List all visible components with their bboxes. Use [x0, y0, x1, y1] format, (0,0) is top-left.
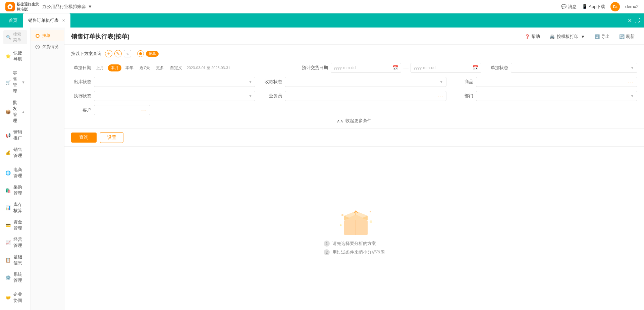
refresh-btn[interactable]: 🔄 刷新: [616, 32, 637, 41]
goods-input[interactable]: ···: [476, 77, 637, 87]
page-header: 销售订单执行表(按单) ❓ 帮助 🖨️ 按模板打印 ▼ ⬇️ 导出 🔄 刷新: [64, 28, 644, 45]
collapse-sidebar-btn[interactable]: «: [124, 50, 131, 57]
expected-date-end[interactable]: yyyy-mm-dd 📅: [411, 63, 481, 73]
date-tab-custom[interactable]: 自定义: [168, 64, 184, 71]
app-download-btn[interactable]: 📱 App下载: [582, 4, 605, 10]
filter-group-payment: 收款状态 ▼: [262, 77, 446, 87]
tab-sales-exec[interactable]: 销售订单执行表 ✕: [23, 13, 70, 28]
help-btn[interactable]: ❓ 帮助: [522, 32, 543, 41]
sidebar-item-ecommerce[interactable]: 🌐 电商管理: [0, 164, 31, 182]
goods-label: 商品: [453, 79, 473, 85]
settings-btn[interactable]: 设置: [100, 132, 123, 143]
sidebar-item-enterprise[interactable]: 🤝 企业协同: [0, 289, 31, 306]
content-area: 销售订单执行表(按单) ❓ 帮助 🖨️ 按模板打印 ▼ ⬇️ 导出 🔄 刷新: [64, 28, 644, 310]
sidebar-item-finance[interactable]: 💳 资金管理: [0, 216, 31, 234]
date-tab-last-month[interactable]: 上月: [94, 64, 106, 71]
user-name[interactable]: demo2: [625, 4, 639, 9]
exec-status-arrow-icon: ▼: [248, 94, 252, 98]
sub-item-press-order[interactable]: 按单: [31, 30, 64, 41]
query-btn[interactable]: 查询: [71, 133, 97, 143]
hint-num-1: 1: [324, 241, 330, 247]
finance-icon: 💳: [5, 223, 11, 228]
wholesale-icon: 📦: [5, 109, 11, 114]
sidebar-item-purchase[interactable]: 🛍️ 采购管理: [0, 182, 31, 199]
sidebar-item-wholesale[interactable]: 📦 批发管理 ▲: [0, 97, 31, 126]
marketing-icon: 📢: [5, 133, 11, 138]
sidebar-item-sales[interactable]: 💰 销售管理: [0, 144, 31, 161]
refresh-icon: 🔄: [619, 34, 625, 39]
sidebar-item-marketing[interactable]: 📢 营销推广: [0, 126, 31, 144]
empty-hint-2: 2 用过滤条件来缩小分析范围: [324, 249, 385, 255]
payment-select[interactable]: ▼: [285, 77, 446, 87]
customer-input[interactable]: ···: [94, 105, 150, 115]
search-bar: 🔍 搜索菜单: [0, 28, 31, 47]
filter-group-dept: 部门 ▼: [453, 91, 637, 101]
search-menu-input[interactable]: 🔍 搜索菜单: [3, 30, 27, 44]
status-select[interactable]: ▼: [511, 63, 637, 73]
date-range-text: 2023-03-01 至 2023-03-31: [187, 65, 230, 70]
enterprise-icon: 🤝: [5, 295, 11, 300]
tab-close-icon[interactable]: ✕: [62, 18, 65, 23]
sidebar-item-inventory[interactable]: 📊 库存核算: [0, 199, 31, 216]
sidebar-item-newbie[interactable]: 🎯 新手引导: [0, 306, 31, 310]
exec-status-select[interactable]: ▼: [94, 91, 255, 101]
date-tab-last7[interactable]: 近7天: [138, 64, 152, 71]
svg-point-6: [341, 214, 343, 216]
app-icon: 📱: [582, 4, 587, 9]
empty-illustration: [337, 202, 371, 235]
tabbar: 首页 销售订单执行表 ✕ ✕ ⛶: [0, 13, 644, 28]
filter-group-expected-date: 预计交货日期 yyyy-mm-dd 📅 — yyyy-mm-dd 📅: [302, 63, 481, 73]
calendar-start-icon[interactable]: 📅: [392, 65, 398, 70]
filter-plan-actions: ＋ ✎ «: [105, 50, 131, 57]
tab-home[interactable]: 首页: [3, 13, 23, 28]
filter-row-2: 出库状态 ▼ 收款状态 ▼ 商品: [71, 77, 637, 87]
collapse-arrow-icon: ∧∧: [337, 118, 343, 123]
breadcrumb: 办公用品行业模拟账套 ▼: [42, 4, 92, 10]
svg-point-1: [37, 35, 39, 37]
sub-item-arrears[interactable]: 欠货情况: [31, 41, 64, 52]
collapse-more-btn[interactable]: ∧∧ 收起更多条件: [71, 115, 637, 124]
action-bar: 查询 设置: [64, 129, 644, 147]
salesperson-input[interactable]: ···: [285, 91, 446, 101]
logo-area[interactable]: 畅捷通好生意 标准版: [5, 2, 39, 11]
salesperson-more-icon[interactable]: ···: [437, 93, 443, 99]
tab-close-window-icon[interactable]: ✕: [628, 17, 632, 24]
warehouse-select[interactable]: ▼: [94, 77, 255, 87]
operations-icon: 📈: [5, 240, 11, 245]
status-label: 单据状态: [488, 65, 508, 71]
sidebar: 🔍 搜索菜单 ⭐ 快捷导航 🛒 零售管理 ▼ 📦 批发管理 ▲: [0, 28, 31, 310]
dept-label: 部门: [453, 93, 473, 99]
filter-row-4: 客户 ···: [71, 105, 637, 115]
message-btn[interactable]: 💬 消息: [561, 4, 577, 10]
filter-group-date: 单据日期 上月 本月 本年 近7天 更多 自定义 2023-03-01 至 20…: [71, 64, 295, 71]
purchase-icon: 🛍️: [5, 188, 11, 193]
add-plan-btn[interactable]: ＋: [105, 50, 112, 57]
customer-more-icon[interactable]: ···: [142, 107, 148, 113]
tab-expand-icon[interactable]: ⛶: [635, 17, 640, 23]
ecommerce-icon: 🌐: [5, 170, 11, 175]
goods-more-icon[interactable]: ···: [628, 79, 634, 85]
sidebar-item-retail[interactable]: 🛒 零售管理 ▼: [0, 67, 31, 97]
basic-info-icon: 📋: [5, 258, 11, 263]
print-arrow-icon: ▼: [581, 34, 585, 39]
template-print-btn[interactable]: 🖨️ 按模板打印 ▼: [547, 32, 588, 41]
breadcrumb-arrow-icon[interactable]: ▼: [88, 4, 92, 9]
sidebar-item-operations[interactable]: 📈 经营管理: [0, 234, 31, 251]
calendar-end-icon[interactable]: 📅: [473, 65, 478, 70]
arrears-icon: [35, 44, 40, 50]
edit-plan-btn[interactable]: ✎: [114, 50, 122, 57]
filter-plan-label: 按以下方案查询: [71, 51, 102, 57]
sidebar-item-basic-info[interactable]: 📋 基础信息: [0, 251, 31, 269]
sidebar-item-quick-nav[interactable]: ⭐ 快捷导航: [0, 47, 31, 65]
date-tab-more[interactable]: 更多: [154, 64, 166, 71]
plan-item-press-order[interactable]: 按单: [135, 49, 161, 58]
date-tab-this-year[interactable]: 本年: [123, 64, 136, 71]
export-btn[interactable]: ⬇️ 导出: [592, 32, 612, 41]
active-plan-tag[interactable]: 按单: [146, 51, 159, 57]
sidebar-item-system[interactable]: ⚙️ 系统管理: [0, 269, 31, 286]
expected-date-start[interactable]: yyyy-mm-dd 📅: [331, 63, 401, 73]
status-arrow-icon: ▼: [630, 65, 634, 70]
dept-select[interactable]: ▼: [476, 91, 637, 101]
date-tab-this-month[interactable]: 本月: [108, 64, 121, 71]
system-icon: ⚙️: [5, 275, 11, 280]
